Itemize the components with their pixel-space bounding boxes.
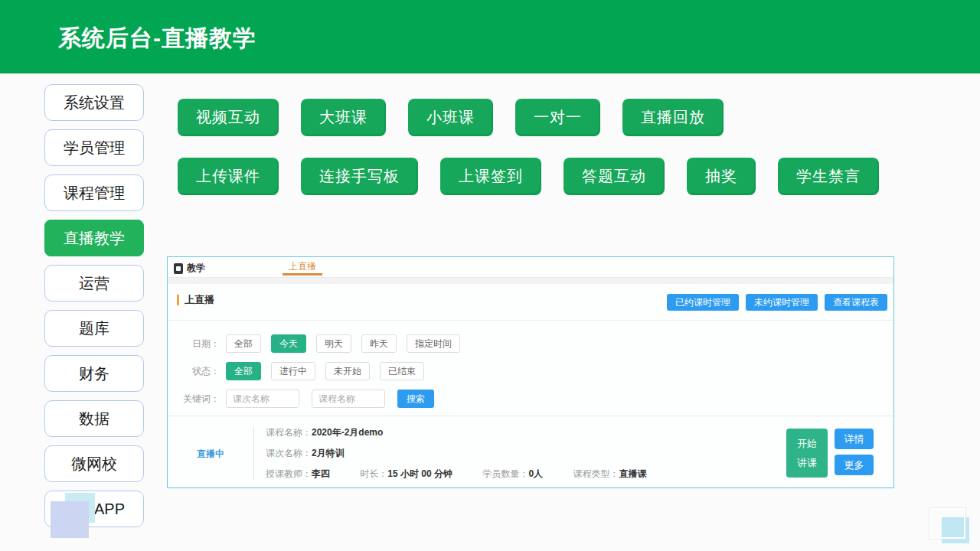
brand: 教学 <box>174 262 205 275</box>
feature-row-2: 上传课件 连接手写板 上课签到 答题互动 抽奖 学生禁言 <box>178 158 901 195</box>
feature-button[interactable]: 小班课 <box>408 99 493 136</box>
section-header-buttons: 已约课时管理 未约课时管理 查看课程表 <box>660 294 887 311</box>
status-filter-chip[interactable]: 未开始 <box>325 362 370 380</box>
course-meta-line: 授课教师：李四 时长：15 小时 00 分钟 学员数量：0人 课程类型：直播课 <box>266 464 674 484</box>
section-header: 上直播 已约课时管理 未约课时管理 查看课程表 <box>168 284 893 321</box>
sidebar-item[interactable]: 数据 <box>44 400 144 437</box>
sidebar-item[interactable]: 直播教学 <box>44 220 144 256</box>
meta-pair: 时长：15 小时 00 分钟 <box>360 468 455 479</box>
schedule-manage-button[interactable]: 查看课程表 <box>825 294 887 311</box>
page-banner: 系统后台-直播教学 <box>0 0 980 73</box>
date-filter-chip[interactable]: 指定时间 <box>407 334 460 353</box>
tabbar-spacer <box>168 278 893 284</box>
meta-pair: 课程类型：直播课 <box>573 468 646 479</box>
detail-line: 课次名称：2月特训 <box>266 443 674 464</box>
section-title: 上直播 <box>177 295 214 305</box>
search-button[interactable]: 搜索 <box>397 390 434 408</box>
course-detail-lines: 课程名称：2020年-2月demo 课次名称：2月特训 <box>266 422 674 464</box>
admin-panel: 教学 上直播 上直播 已约课时管理 未约课时管理 查看课程表 日期： 全部 今天 <box>167 256 894 488</box>
status-filter-chip[interactable]: 已结束 <box>380 362 424 380</box>
schedule-manage-button[interactable]: 已约课时管理 <box>667 294 739 311</box>
sidebar-item[interactable]: 题库 <box>44 310 144 347</box>
panel-tabbar: 教学 上直播 <box>168 257 893 278</box>
sidebar-item[interactable]: 财务 <box>44 355 144 392</box>
feature-row-1: 视频互动 大班课 小班课 一对一 直播回放 <box>178 99 746 136</box>
sidebar-item[interactable]: 学员管理 <box>44 129 144 166</box>
schedule-manage-button[interactable]: 未约课时管理 <box>746 294 818 311</box>
feature-button[interactable]: 直播回放 <box>622 99 724 136</box>
more-button[interactable]: 更多 <box>835 455 874 475</box>
feature-button[interactable]: 答题互动 <box>564 158 665 195</box>
status-filter-chip[interactable]: 进行中 <box>271 362 315 380</box>
status-filter-row: 状态： 全部 进行中 未开始 已结束 <box>168 362 893 380</box>
feature-button[interactable]: 上课签到 <box>440 158 541 195</box>
feature-button[interactable]: 连接手写板 <box>301 158 418 195</box>
feature-button[interactable]: 大班课 <box>301 99 386 136</box>
live-course-row: 直播中 课程名称：2020年-2月demo 课次名称：2月特训 授课 <box>168 416 893 488</box>
status-filter-chip[interactable]: 全部 <box>226 362 261 380</box>
teaching-app-icon <box>174 263 183 274</box>
date-filter-chip[interactable]: 今天 <box>271 334 306 353</box>
start-teaching-button[interactable]: 开始 讲课 <box>786 429 828 478</box>
detail-line: 课程名称：2020年-2月demo <box>266 422 674 443</box>
filter-area: 日期： 全部 今天 明天 昨天 指定时间 状态： 全部 <box>168 321 893 416</box>
course-name-input[interactable] <box>312 390 385 408</box>
course-detail: 课程名称：2020年-2月demo 课次名称：2月特训 授课教师：李四 时长：1… <box>266 422 674 484</box>
status-filter-chips: 全部 进行中 未开始 已结束 <box>226 362 434 380</box>
sidebar-item[interactable]: 系统设置 <box>44 84 144 121</box>
feature-button[interactable]: 抽奖 <box>687 158 756 195</box>
live-status-badge: 直播中 <box>197 448 224 461</box>
status-filter-label: 状态： <box>175 365 220 378</box>
keyword-filter-label: 关键词： <box>175 393 220 406</box>
detail-button[interactable]: 详情 <box>835 429 874 449</box>
feature-button[interactable]: 上传课件 <box>178 158 279 195</box>
meta-pair: 授课教师：李四 <box>266 468 332 479</box>
feature-button[interactable]: 一对一 <box>515 99 600 136</box>
sidebar: 系统设置 学员管理 课程管理 直播教学 运营 题库 财务 数据 微网校 独立AP… <box>44 84 144 536</box>
row-divider <box>253 425 254 480</box>
date-filter-chip[interactable]: 明天 <box>316 334 351 353</box>
date-filter-chip[interactable]: 昨天 <box>361 334 397 353</box>
lesson-name-input[interactable] <box>226 390 299 408</box>
feature-button[interactable]: 视频互动 <box>178 99 279 136</box>
date-filter-row: 日期： 全部 今天 明天 昨天 指定时间 <box>168 334 893 353</box>
page-title: 系统后台-直播教学 <box>0 0 980 54</box>
date-filter-chips: 全部 今天 明天 昨天 指定时间 <box>226 334 470 353</box>
decoration-square <box>929 508 965 539</box>
sidebar-item[interactable]: 课程管理 <box>44 174 144 211</box>
keyword-filter-row: 关键词： 搜索 <box>168 390 893 408</box>
sidebar-item[interactable]: 运营 <box>44 265 144 302</box>
decoration-square <box>51 501 89 538</box>
feature-button[interactable]: 学生禁言 <box>778 158 879 195</box>
date-filter-label: 日期： <box>175 337 220 350</box>
tab-live-broadcast[interactable]: 上直播 <box>283 257 322 276</box>
sidebar-item[interactable]: 微网校 <box>44 445 144 482</box>
date-filter-chip[interactable]: 全部 <box>226 334 261 353</box>
meta-pair: 学员数量：0人 <box>482 468 545 479</box>
brand-label: 教学 <box>187 262 205 275</box>
